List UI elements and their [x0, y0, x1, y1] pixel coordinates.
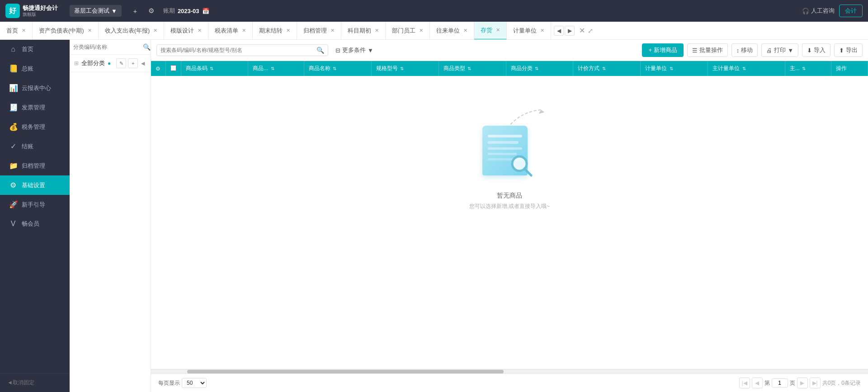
col-category[interactable]: 商品分类 ⇅: [506, 61, 573, 76]
expand-tab-button[interactable]: ⤢: [588, 27, 593, 34]
svg-line-2: [524, 169, 531, 175]
col-main-unit[interactable]: 主计量单位 ⇅: [708, 61, 785, 76]
col-code[interactable]: 商品... ⇅: [248, 61, 304, 76]
sidebar-item-home[interactable]: ⌂ 首页: [0, 40, 70, 59]
col-barcode[interactable]: 商品条码 ⇅: [181, 61, 248, 76]
category-check-icon: ●: [108, 60, 111, 66]
col-checkbox[interactable]: [165, 61, 181, 76]
unpin-label: ◄取消固定: [7, 379, 34, 387]
first-page-button[interactable]: |◀: [739, 378, 750, 388]
unpin-button[interactable]: ◄取消固定: [0, 373, 70, 392]
col-type[interactable]: 商品类型 ⇅: [439, 61, 506, 76]
empty-title: 暂无商品: [497, 192, 522, 200]
scrollbar-thumb[interactable]: [187, 370, 504, 373]
org-dropdown-icon: ▼: [111, 8, 117, 14]
tab-archive[interactable]: 归档管理 ✕: [297, 22, 341, 40]
tab-close-inventory[interactable]: ✕: [496, 27, 500, 33]
per-page-select[interactable]: 50 10 20 100: [182, 378, 207, 388]
sidebar-item-settings[interactable]: ⚙ 基础设置: [0, 175, 70, 195]
last-page-button[interactable]: ▶|: [810, 378, 821, 388]
tab-close-period[interactable]: ✕: [286, 28, 290, 33]
tab-subject-init[interactable]: 科目期初 ✕: [341, 22, 386, 40]
tab-close-archive[interactable]: ✕: [330, 28, 335, 33]
sidebar-item-settle[interactable]: ✓ 结账: [0, 137, 70, 156]
tab-prev-button[interactable]: ◀: [554, 26, 564, 36]
invoice-icon: 🧾: [9, 103, 17, 112]
more-filter-button[interactable]: ⊟ 更多条件 ▼: [332, 44, 377, 56]
page-suffix-label: 页: [790, 379, 795, 387]
add-category-button[interactable]: +: [128, 58, 138, 68]
sidebar-item-ledger[interactable]: 📒 总账: [0, 59, 70, 78]
page-number-input[interactable]: [772, 378, 788, 387]
tab-close-contacts[interactable]: ✕: [463, 28, 467, 33]
tab-close-tax[interactable]: ✕: [242, 28, 246, 33]
move-button[interactable]: ↕ 移动: [731, 43, 758, 57]
select-all-checkbox[interactable]: [170, 65, 176, 71]
sidebar-item-invoice[interactable]: 🧾 发票管理: [0, 98, 70, 117]
tab-contacts[interactable]: 往来单位 ✕: [430, 22, 474, 40]
tab-department[interactable]: 部门员工 ✕: [386, 22, 430, 40]
sidebar-item-member[interactable]: V 畅会员: [0, 214, 70, 233]
tab-close-income[interactable]: ✕: [153, 28, 157, 33]
horizontal-scrollbar[interactable]: [151, 369, 868, 373]
batch-operation-button[interactable]: ☰ 批量操作: [687, 43, 728, 57]
col-spec[interactable]: 规格型号 ⇅: [371, 61, 439, 76]
tab-next-button[interactable]: ▶: [565, 26, 575, 36]
sidebar-label-settle: 结账: [22, 142, 33, 151]
tab-balance-sheet[interactable]: 资产负债表(中期) ✕: [33, 22, 99, 40]
product-table: ⚙ 商品条码 ⇅ 商品... ⇅ 商品名称 ⇅ 规格型号 ⇅ 商品类型 ⇅ 商品…: [151, 61, 868, 246]
tab-close-template[interactable]: ✕: [198, 28, 202, 33]
tab-close-dept[interactable]: ✕: [419, 28, 423, 33]
tab-close-unit[interactable]: ✕: [540, 28, 544, 33]
col-price-mode[interactable]: 计价方式 ⇅: [573, 61, 641, 76]
col-name[interactable]: 商品名称 ⇅: [304, 61, 371, 76]
logo-area: 好 畅捷通好会计 旗舰版: [5, 4, 64, 18]
tab-close-home[interactable]: ✕: [22, 28, 26, 33]
col-main3[interactable]: 主... ⇅: [785, 61, 831, 76]
add-tab-button[interactable]: +: [129, 5, 142, 17]
sidebar-item-reports[interactable]: 📊 云报表中心: [0, 78, 70, 98]
category-search: 🔍: [70, 40, 151, 55]
filter-icon: ⊟: [335, 47, 340, 54]
col-unit[interactable]: 计量单位 ⇅: [641, 61, 708, 76]
tab-template[interactable]: 模版设计 ✕: [164, 22, 208, 40]
tab-home[interactable]: 首页 ✕: [0, 22, 33, 40]
tab-close-subject[interactable]: ✕: [375, 28, 379, 33]
col-settings[interactable]: ⚙: [151, 61, 165, 76]
ai-icon: 🎧: [802, 8, 809, 14]
import-button[interactable]: ⬇ 导入: [802, 43, 830, 57]
add-product-button[interactable]: + 新增商品: [642, 43, 683, 57]
sidebar-item-guide[interactable]: 🚀 新手引导: [0, 195, 70, 214]
account-button[interactable]: 会计: [839, 5, 863, 17]
sidebar-item-tax[interactable]: 💰 税务管理: [0, 117, 70, 137]
export-button[interactable]: ⬆ 导出: [834, 43, 863, 57]
search-bar-icon[interactable]: 🔍: [316, 47, 324, 54]
prev-page-button[interactable]: ◀: [752, 378, 763, 388]
close-all-tabs-button[interactable]: ✕: [579, 26, 585, 35]
settle-icon: ✓: [9, 142, 17, 151]
settings-button[interactable]: ⚙: [145, 5, 158, 17]
content-area: 🔍 ⊞ 全部分类 ● ✎ + ◄: [70, 40, 868, 392]
all-categories-label[interactable]: 全部分类: [81, 59, 105, 67]
export-icon: ⬆: [839, 47, 844, 54]
tab-unit[interactable]: 计量单位 ✕: [507, 22, 551, 40]
tab-inventory[interactable]: 存货 ✕: [474, 22, 507, 40]
tab-close-balance[interactable]: ✕: [88, 28, 92, 33]
sidebar-label-ledger: 总账: [22, 65, 33, 73]
product-search-input[interactable]: [160, 47, 314, 53]
calendar-icon[interactable]: 📅: [202, 8, 209, 14]
tab-tax-list[interactable]: 税表清单 ✕: [208, 22, 253, 40]
tab-income-statement[interactable]: 收入支出表(年报) ✕: [99, 22, 165, 40]
collapse-panel-button[interactable]: ◄: [140, 60, 146, 67]
next-page-button[interactable]: ▶: [797, 378, 808, 388]
org-selector[interactable]: 基层工会测试 ▼: [70, 5, 122, 17]
pagination: |◀ ◀ 第 页 ▶ ▶| 共0页，0条记录: [739, 378, 861, 388]
ai-consultation-button[interactable]: 🎧 人工咨询: [802, 7, 835, 15]
edit-category-button[interactable]: ✎: [116, 58, 126, 68]
category-search-icon[interactable]: 🔍: [143, 43, 151, 51]
tab-period-carry[interactable]: 期末结转 ✕: [253, 22, 297, 40]
print-button[interactable]: 🖨 打印 ▼: [761, 43, 798, 57]
sidebar-item-archive[interactable]: 📁 归档管理: [0, 156, 70, 175]
total-info: 共0页，0条记录: [822, 379, 861, 387]
category-search-input[interactable]: [73, 44, 141, 50]
